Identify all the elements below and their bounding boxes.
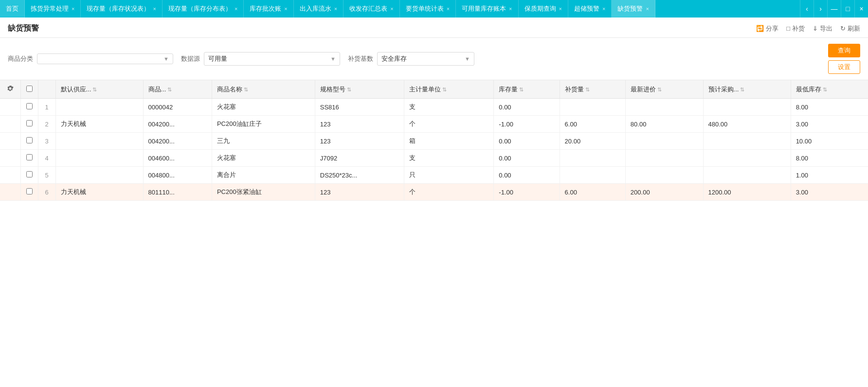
sort-spec-icon: ⇅ <box>347 87 351 93</box>
nav-tab-stock-dist[interactable]: 现存量（库存分布表） × <box>163 0 244 18</box>
row-supplier-4 <box>55 167 143 184</box>
th-est-purchase[interactable]: 预计采购...⇅ <box>703 80 791 99</box>
close-tab-expiry[interactable]: × <box>559 6 562 12</box>
row-est-purchase-1: 480.00 <box>703 116 791 133</box>
row-checkbox-cell-5[interactable] <box>20 184 38 201</box>
nav-tab-available[interactable]: 可用量库存账本 × <box>456 0 518 18</box>
close-tab-picking[interactable]: × <box>72 6 74 12</box>
row-checkbox-2[interactable] <box>26 137 33 143</box>
row-checkbox-cell-2[interactable] <box>20 133 38 150</box>
share-button[interactable]: 🔁 分享 <box>756 24 778 33</box>
sort-code-icon: ⇅ <box>167 87 172 93</box>
nav-tab-order-stat[interactable]: 要货单统计表 × <box>400 0 456 18</box>
nav-tab-shortage[interactable]: 缺货预警 × <box>612 0 655 18</box>
row-min-stock-4: 1.00 <box>791 167 868 184</box>
gear-icon <box>6 85 14 92</box>
th-min-stock[interactable]: 最低库存⇅ <box>791 80 868 99</box>
refresh-icon: ↻ <box>840 25 846 32</box>
nav-minimize[interactable]: — <box>827 0 841 18</box>
row-min-stock-2: 10.00 <box>791 133 868 150</box>
row-checkbox-cell-4[interactable] <box>20 167 38 184</box>
nav-arrow-right[interactable]: › <box>814 0 827 18</box>
row-gear-5 <box>0 184 20 201</box>
row-unit-1: 个 <box>404 116 494 133</box>
datasource-select[interactable]: 可用量 ▼ <box>204 52 340 66</box>
row-unit-4: 只 <box>404 167 494 184</box>
close-tab-shortage[interactable]: × <box>646 6 649 12</box>
nav-tab-batch[interactable]: 库存批次账 × <box>244 0 293 18</box>
close-tab-stock-status[interactable]: × <box>153 6 156 12</box>
nav-tab-home[interactable]: 首页 <box>0 0 25 18</box>
row-supplier-0 <box>55 99 143 116</box>
nav-tab-flow[interactable]: 出入库流水 × <box>294 0 344 18</box>
query-button[interactable]: 查询 <box>828 44 860 57</box>
row-replenish-qty-1: 6.00 <box>560 116 625 133</box>
th-spec[interactable]: 规格型号⇅ <box>315 80 404 99</box>
nav-tab-picking[interactable]: 拣货异常处理 × <box>25 0 81 18</box>
row-gear-1 <box>0 116 20 133</box>
th-stock[interactable]: 库存量⇅ <box>494 80 560 99</box>
nav-tab-stock-status[interactable]: 现存量（库存状况表） × <box>81 0 162 18</box>
table-wrapper: 默认供应...⇅ 商品...⇅ 商品名称⇅ 规格型号⇅ 主计量单位⇅ <box>0 80 868 201</box>
row-stock-2: 0.00 <box>494 133 560 150</box>
row-name-2: 三九 <box>212 133 315 150</box>
row-num-3: 4 <box>38 150 55 167</box>
row-supplier-3 <box>55 150 143 167</box>
replenish-base-select[interactable]: 安全库存 ▼ <box>377 52 474 66</box>
th-checkbox[interactable] <box>20 80 38 99</box>
th-gear[interactable] <box>0 80 20 99</box>
refresh-button[interactable]: ↻ 刷新 <box>840 24 860 33</box>
nav-tab-summary[interactable]: 收发存汇总表 × <box>344 0 399 18</box>
row-checkbox-cell-1[interactable] <box>20 116 38 133</box>
nav-arrow-left[interactable]: ‹ <box>800 0 814 18</box>
nav-close[interactable]: × <box>854 0 868 18</box>
export-button[interactable]: ⇓ 导出 <box>813 24 832 33</box>
row-checkbox-4[interactable] <box>26 171 33 177</box>
nav-maximize[interactable]: □ <box>841 0 854 18</box>
close-tab-overstock[interactable]: × <box>602 6 605 12</box>
row-supplier-2 <box>55 133 143 150</box>
table-row: 2 力天机械 004200... PC200油缸庄子 123 个 -1.00 6… <box>0 116 868 133</box>
sort-unit-icon: ⇅ <box>442 87 447 93</box>
category-filter-group: 商品分类 ▼ <box>8 53 173 64</box>
settings-button[interactable]: 设置 <box>828 60 860 74</box>
row-latest-price-4 <box>625 167 703 184</box>
row-gear-4 <box>0 167 20 184</box>
row-checkbox-3[interactable] <box>26 154 33 160</box>
row-num-5: 6 <box>38 184 55 201</box>
row-checkbox-1[interactable] <box>26 120 33 126</box>
th-latest-price[interactable]: 最新进价⇅ <box>625 80 703 99</box>
sort-supplier-icon: ⇅ <box>92 87 97 93</box>
nav-tab-overstock[interactable]: 超储预警 × <box>568 0 612 18</box>
nav-tab-expiry[interactable]: 保质期查询 × <box>519 0 568 18</box>
table-row: 3 004200... 三九 123 箱 0.00 20.00 10.00 <box>0 133 868 150</box>
th-product-code[interactable]: 商品...⇅ <box>143 80 212 99</box>
close-tab-available[interactable]: × <box>509 6 512 12</box>
row-checkbox-cell-3[interactable] <box>20 150 38 167</box>
th-default-supplier[interactable]: 默认供应...⇅ <box>55 80 143 99</box>
row-est-purchase-2 <box>703 133 791 150</box>
row-checkbox-5[interactable] <box>26 188 33 194</box>
replenish-icon: □ <box>786 25 790 32</box>
sort-min-stock-icon: ⇅ <box>823 87 827 93</box>
row-gear-2 <box>0 133 20 150</box>
sort-name-icon: ⇅ <box>244 87 248 93</box>
row-name-1: PC200油缸庄子 <box>212 116 315 133</box>
row-spec-0: SS816 <box>315 99 404 116</box>
th-product-name[interactable]: 商品名称⇅ <box>212 80 315 99</box>
close-tab-order-stat[interactable]: × <box>447 6 450 12</box>
close-tab-summary[interactable]: × <box>390 6 393 12</box>
th-unit[interactable]: 主计量单位⇅ <box>404 80 494 99</box>
row-checkbox-cell-0[interactable] <box>20 99 38 116</box>
filter-bar: 商品分类 ▼ 数据源 可用量 ▼ 补货基数 安全库存 ▼ 查询 设置 <box>0 38 868 80</box>
close-tab-batch[interactable]: × <box>284 6 287 12</box>
select-all-checkbox[interactable] <box>26 86 33 92</box>
page-content: 缺货预警 🔁 分享 □ 补货 ⇓ 导出 ↻ 刷新 商品分类 <box>0 18 868 387</box>
replenish-button[interactable]: □ 补货 <box>786 24 805 33</box>
close-tab-stock-dist[interactable]: × <box>235 6 237 12</box>
row-checkbox-0[interactable] <box>26 103 33 109</box>
row-name-5: PC200张紧油缸 <box>212 184 315 201</box>
th-replenish-qty[interactable]: 补货量⇅ <box>560 80 625 99</box>
category-select[interactable]: ▼ <box>37 53 173 64</box>
close-tab-flow[interactable]: × <box>334 6 337 12</box>
